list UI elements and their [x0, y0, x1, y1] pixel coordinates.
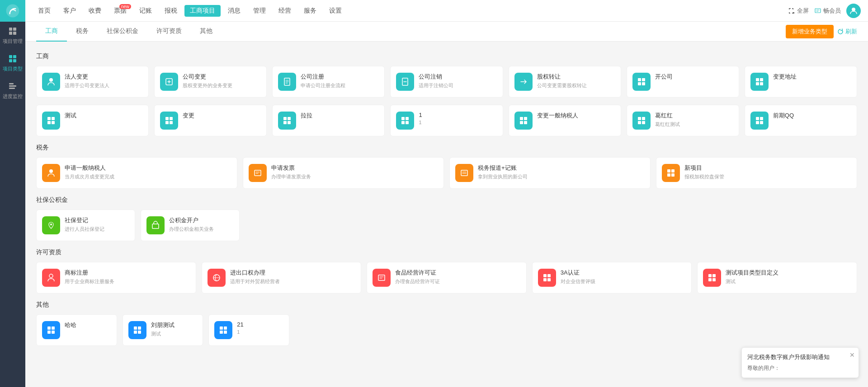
nav-settings[interactable]: 设置 — [324, 5, 347, 17]
tab-other[interactable]: 其他 — [191, 22, 222, 42]
svg-rect-76 — [47, 331, 51, 334]
nav-business[interactable]: 工商项目 — [184, 5, 221, 17]
member-label: 畅会员 — [823, 7, 841, 15]
card-company-register[interactable]: 公司注册 申请公司注册全流程 — [272, 66, 385, 98]
other-cards: 哈哈 刘朋测试 测试 21 1 — [36, 314, 289, 346]
fullscreen-btn[interactable]: 全屏 — [788, 7, 809, 15]
svg-rect-23 — [760, 78, 763, 81]
card-trademark[interactable]: 商标注册 用于企业商标注册服务 — [36, 262, 196, 294]
nav-fee[interactable]: 收费 — [83, 5, 107, 17]
card-new-project[interactable]: 新项目 报税加税控盘保管 — [656, 157, 857, 189]
card-qianqi[interactable]: 前期QQ — [745, 105, 857, 136]
fullscreen-label: 全屏 — [797, 7, 809, 15]
nav-customer[interactable]: 客户 — [58, 5, 81, 17]
card-liupeng[interactable]: 刘朋测试 测试 — [123, 314, 203, 346]
card-import-export[interactable]: 进出口权办理 适用于对外贸易经营者 — [202, 262, 362, 294]
card-name: 申请一般纳税人 — [65, 164, 231, 172]
svg-rect-42 — [520, 117, 523, 120]
sidebar-item-progress[interactable]: 进度监控 — [0, 77, 25, 104]
notification-body: 尊敬的用户： — [747, 364, 853, 372]
card-food-permit[interactable]: 食品经营许可证 办理食品经营许可证 — [367, 262, 527, 294]
tab-license[interactable]: 许可资质 — [147, 22, 191, 42]
new-type-button[interactable]: 新增业务类型 — [786, 25, 834, 38]
svg-rect-10 — [9, 83, 14, 84]
svg-rect-72 — [708, 278, 712, 281]
section-business-title: 工商 — [36, 52, 857, 61]
card-company-cancel[interactable]: 公司注销 适用于注销公司 — [390, 66, 503, 98]
card-test[interactable]: 测试 — [36, 105, 149, 136]
section-tax-title: 税务 — [36, 144, 857, 152]
nav-tax[interactable]: 报税 — [159, 5, 183, 17]
card-test-type[interactable]: 测试项目类型目定义 测试 — [697, 262, 857, 294]
refresh-button[interactable]: 刷新 — [837, 28, 857, 36]
card-icon-21 — [214, 321, 232, 339]
card-name: 公司注销 — [419, 73, 497, 81]
nav-message[interactable]: 消息 — [222, 5, 246, 17]
notification-popup: ✕ 河北税务数字账户升级影响通知 尊敬的用户： — [741, 347, 859, 378]
card-desc: 公司变更需要股权转让 — [537, 82, 615, 89]
svg-rect-66 — [543, 274, 547, 277]
card-social-register[interactable]: 社保登记 进行人员社保登记 — [36, 210, 135, 241]
svg-rect-28 — [47, 121, 51, 124]
card-21[interactable]: 21 1 — [208, 314, 289, 346]
sidebar-item-project-mgmt[interactable]: 项目管理 — [0, 22, 25, 49]
svg-rect-68 — [543, 278, 547, 281]
card-name: 申请发票 — [271, 164, 438, 172]
svg-rect-73 — [712, 278, 716, 281]
svg-rect-21 — [642, 82, 645, 85]
svg-point-14 — [49, 78, 53, 82]
social-cards: 社保登记 进行人员社保登记 公积金开户 办理公积金相关业务 — [36, 210, 240, 241]
card-icon-open-company — [632, 73, 651, 91]
card-legal-change[interactable]: 法人变更 适用于公司变更法人 — [36, 66, 149, 98]
card-desc: 用于企业商标注册服务 — [65, 278, 190, 285]
card-name: 社保登记 — [65, 216, 129, 224]
card-name: 测试 — [65, 112, 143, 120]
card-fund-open[interactable]: 公积金开户 办理公积金相关业务 — [141, 210, 240, 241]
app-logo[interactable] — [0, 0, 25, 22]
card-haha[interactable]: 哈哈 — [36, 314, 117, 346]
nav-bill[interactable]: 票据 new — [108, 5, 132, 17]
card-num1[interactable]: 1 1 — [390, 105, 503, 136]
nav-bookkeeping[interactable]: 记账 — [134, 5, 157, 17]
card-icon-gehonghong — [632, 112, 651, 130]
card-lala[interactable]: 拉拉 — [272, 105, 385, 136]
card-gehonghong[interactable]: 葛红红 葛红红测试 — [627, 105, 739, 136]
notification-title: 河北税务数字账户升级影响通知 — [747, 353, 853, 361]
card-apply-tax[interactable]: 申请一般纳税人 当月或次月成变更完成 — [36, 157, 237, 189]
card-tax-report[interactable]: 税务报道+记账 拿到营业执照的新公司 — [449, 157, 651, 189]
card-icon-import-export — [208, 269, 226, 287]
card-icon-trademark — [42, 269, 60, 287]
nav-service[interactable]: 服务 — [298, 5, 322, 17]
nav-home[interactable]: 首页 — [33, 5, 56, 17]
nav-manage[interactable]: 管理 — [248, 5, 271, 17]
svg-rect-40 — [401, 121, 405, 124]
tab-business[interactable]: 工商 — [36, 22, 67, 42]
card-change-tax[interactable]: 变更一般纳税人 — [509, 105, 621, 136]
card-name: 葛红红 — [655, 112, 733, 120]
svg-rect-12 — [815, 9, 821, 13]
card-open-company[interactable]: 开公司 — [627, 66, 739, 98]
card-biangg[interactable]: 变更 — [154, 105, 267, 136]
svg-rect-24 — [756, 82, 759, 85]
card-change-address[interactable]: 变更地址 — [745, 66, 857, 98]
card-3a-cert[interactable]: 3A认证 对企业信誉评级 — [532, 262, 692, 294]
card-company-change[interactable]: 公司变更 股权变更外的业务变更 — [154, 66, 267, 98]
svg-rect-6 — [13, 55, 16, 58]
card-icon-test — [42, 112, 60, 130]
card-equity-transfer[interactable]: 股权转让 公司变更需要股权转让 — [509, 66, 621, 98]
member-btn[interactable]: 畅会员 — [814, 7, 841, 15]
svg-rect-19 — [642, 78, 645, 81]
user-avatar[interactable] — [846, 4, 861, 18]
tab-social-insurance[interactable]: 社保公积金 — [98, 22, 147, 42]
card-name: 变更 — [183, 112, 261, 120]
svg-rect-70 — [708, 274, 712, 277]
card-name: 税务报道+记账 — [478, 164, 645, 172]
notification-close-btn[interactable]: ✕ — [849, 351, 855, 359]
svg-rect-69 — [547, 278, 551, 281]
card-name: 股权转让 — [537, 73, 615, 81]
tab-tax[interactable]: 税务 — [67, 22, 98, 42]
card-apply-invoice[interactable]: 申请发票 办理申请发票业务 — [243, 157, 444, 189]
sidebar-item-project-type[interactable]: 项目类型 — [0, 49, 25, 77]
sidebar-item-label: 项目管理 — [3, 38, 23, 45]
nav-operation[interactable]: 经营 — [273, 5, 297, 17]
